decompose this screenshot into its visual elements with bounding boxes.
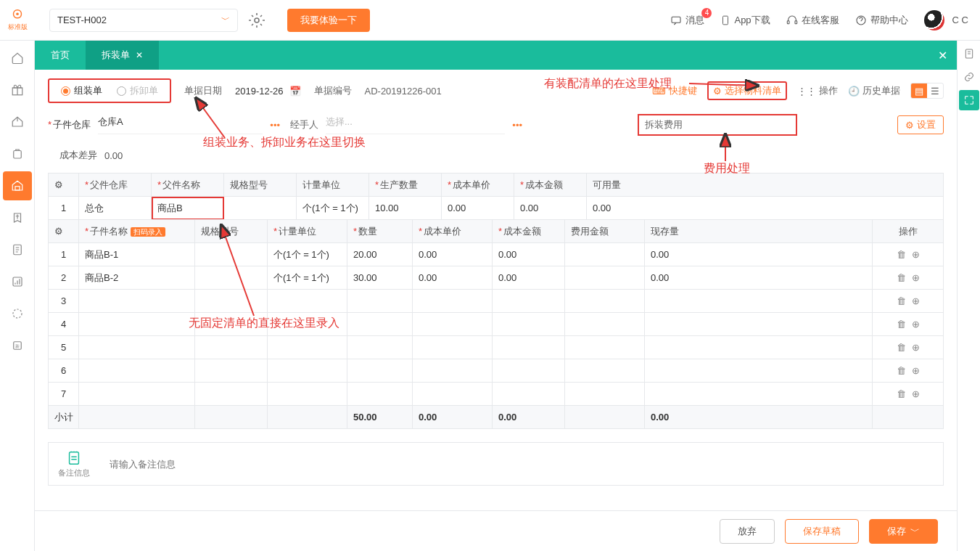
view-toggle: ▤ ☰ xyxy=(910,83,944,99)
svg-rect-4 xyxy=(787,20,789,23)
shortcut-link[interactable]: ⌨ 快捷键 xyxy=(652,84,697,97)
add-row-icon[interactable]: ⊕ xyxy=(912,272,920,283)
chevron-down-icon: ﹀ xyxy=(221,14,230,26)
parent-table: ⚙ *父件仓库 *父件名称 规格型号 计量单位 *生产数量 *成本单价 *成本金… xyxy=(48,173,944,220)
right-notes-icon[interactable] xyxy=(959,44,979,64)
select-bom-button[interactable]: ⚙ 选择物料清单 xyxy=(707,81,787,100)
operations-menu[interactable]: ⋮⋮ 操作 xyxy=(797,84,838,97)
add-row-icon[interactable]: ⊕ xyxy=(912,365,920,376)
nav-finance[interactable] xyxy=(3,203,32,232)
tab-home[interactable]: 首页 xyxy=(35,41,86,70)
svg-rect-3 xyxy=(723,16,728,25)
save-draft-button[interactable]: 保存草稿 xyxy=(785,519,859,544)
view-grid[interactable]: ▤ xyxy=(911,83,927,98)
phone-icon xyxy=(720,15,730,26)
delete-icon[interactable]: 🗑 xyxy=(897,365,906,376)
table-row[interactable]: 6🗑⊕ xyxy=(49,359,944,383)
svg-point-12 xyxy=(13,309,22,318)
add-row-icon[interactable]: ⊕ xyxy=(912,342,920,353)
fee-input[interactable]: 拆装费用 xyxy=(638,114,797,136)
more-icon[interactable]: ••• xyxy=(512,120,522,131)
avatar xyxy=(924,10,944,30)
close-all-tabs[interactable]: ✕ xyxy=(928,41,957,70)
table-row[interactable]: 5🗑⊕ xyxy=(49,336,944,359)
customer-service-button[interactable]: 在线客服 xyxy=(786,14,839,27)
messages-button[interactable]: 消息 4 xyxy=(670,14,704,27)
parent-name-cell[interactable]: 商品B xyxy=(152,197,224,220)
right-link-icon[interactable] xyxy=(959,67,979,87)
chevron-down-icon: ﹀ xyxy=(910,525,920,538)
delete-icon[interactable]: 🗑 xyxy=(897,342,906,353)
trial-button[interactable]: 我要体验一下 xyxy=(287,9,370,32)
svg-point-1 xyxy=(255,18,259,23)
add-row-icon[interactable]: ⊕ xyxy=(912,388,920,399)
nav-sync[interactable] xyxy=(3,299,32,328)
help-icon xyxy=(855,15,867,26)
doc-date-label: 单据日期 xyxy=(184,84,222,97)
close-icon[interactable]: ✕ xyxy=(136,50,143,60)
doc-no-value: AD-20191226-001 xyxy=(365,86,442,97)
table-row[interactable]: 4🗑⊕ xyxy=(49,313,944,336)
delete-icon[interactable]: 🗑 xyxy=(897,319,906,330)
radio-assemble[interactable]: 组装单 xyxy=(61,84,102,97)
save-button[interactable]: 保存 ﹀ xyxy=(869,519,938,544)
doc-date-picker[interactable]: 2019-12-26 📅 xyxy=(235,86,301,97)
remark-input[interactable] xyxy=(99,459,943,470)
svg-rect-5 xyxy=(795,20,797,23)
nav-new[interactable]: 新 xyxy=(3,331,32,360)
add-row-icon[interactable]: ⊕ xyxy=(912,249,920,260)
handler-select[interactable]: 选择... xyxy=(326,115,505,134)
svg-rect-2 xyxy=(672,17,680,23)
right-expand-icon[interactable] xyxy=(959,90,979,110)
scan-tag[interactable]: 扫码录入 xyxy=(131,227,165,237)
child-wh-select[interactable]: 仓库A xyxy=(98,115,263,134)
add-row-icon[interactable]: ⊕ xyxy=(912,319,920,330)
delete-icon[interactable]: 🗑 xyxy=(897,249,906,260)
tab-current[interactable]: 拆装单 ✕ xyxy=(86,41,159,70)
table-row[interactable]: 7🗑⊕ xyxy=(49,383,944,406)
nav-gift[interactable] xyxy=(3,75,32,105)
app-download-button[interactable]: App下载 xyxy=(720,14,770,27)
handler-label: 经手人 xyxy=(290,118,318,131)
table-row[interactable]: 3🗑⊕ xyxy=(49,290,944,313)
subtotal-row: 小计50.000.000.000.00 xyxy=(49,406,944,429)
radio-disassemble[interactable]: 拆卸单 xyxy=(117,84,158,97)
history-link[interactable]: 🕘 历史单据 xyxy=(848,84,900,97)
cost-diff-label: 成本差异 xyxy=(59,149,97,162)
delete-icon[interactable]: 🗑 xyxy=(897,272,906,283)
svg-rect-8 xyxy=(13,151,21,159)
svg-rect-9 xyxy=(15,187,20,190)
view-list[interactable]: ☰ xyxy=(927,83,943,98)
remark-box: 备注信息 xyxy=(48,442,944,486)
doc-type-radio-group: 组装单 拆卸单 xyxy=(48,78,171,103)
nav-sales[interactable] xyxy=(3,139,32,168)
table-row[interactable]: 1 总仓 商品B 个(1个 = 1个) 10.00 0.00 0.00 0.00 xyxy=(49,197,944,220)
nav-report1[interactable] xyxy=(3,235,32,264)
gear-icon xyxy=(248,12,265,29)
edition-label: 标准版 xyxy=(8,23,28,32)
delete-icon[interactable]: 🗑 xyxy=(897,295,906,306)
calendar-icon: 📅 xyxy=(289,86,301,97)
messages-badge: 4 xyxy=(701,8,712,18)
nav-warehouse[interactable] xyxy=(3,171,32,200)
gear-icon[interactable]: ⚙ xyxy=(49,174,79,197)
org-selector[interactable]: TEST-H002 ﹀ xyxy=(49,9,238,32)
logo[interactable]: 标准版 xyxy=(0,0,35,41)
table-row[interactable]: 1商品B-1个(1个 = 1个)20.000.000.000.00🗑⊕ xyxy=(49,243,944,266)
user-menu[interactable]: C C xyxy=(924,10,968,30)
add-row-icon[interactable]: ⊕ xyxy=(912,295,920,306)
delete-icon[interactable]: 🗑 xyxy=(897,388,906,399)
child-wh-label: *子件仓库 xyxy=(48,118,91,131)
help-center-button[interactable]: 帮助中心 xyxy=(855,14,908,27)
gear-icon[interactable]: ⚙ xyxy=(49,220,79,243)
cost-diff-value: 0.00 xyxy=(104,150,123,161)
discard-button[interactable]: 放弃 xyxy=(720,519,775,544)
nav-purchase[interactable] xyxy=(3,107,32,136)
table-row[interactable]: 2商品B-2个(1个 = 1个)30.000.000.000.00🗑⊕ xyxy=(49,266,944,290)
more-icon[interactable]: ••• xyxy=(270,120,280,131)
org-settings-button[interactable] xyxy=(248,12,265,29)
settings-button[interactable]: ⚙ 设置 xyxy=(897,115,944,134)
nav-home[interactable] xyxy=(3,44,32,73)
chat-icon xyxy=(670,15,682,26)
nav-report2[interactable] xyxy=(3,267,32,296)
